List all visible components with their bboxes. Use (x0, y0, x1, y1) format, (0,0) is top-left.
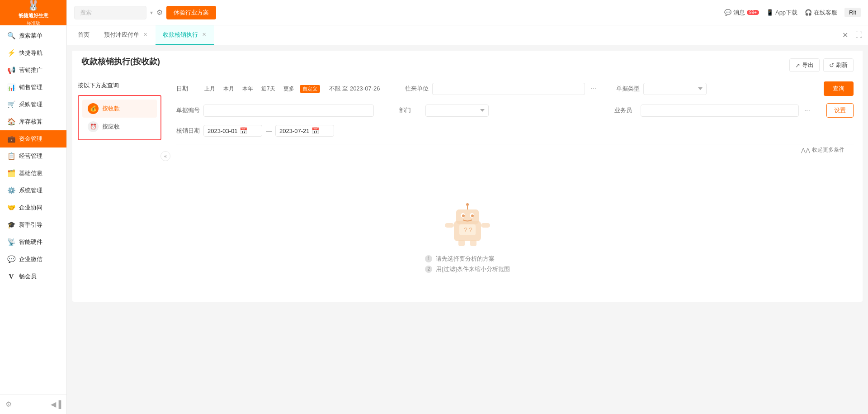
date-last-month-btn[interactable]: 上月 (202, 84, 218, 94)
tab-home-label: 首页 (78, 31, 90, 39)
sidebar-item-basics[interactable]: 🗂️ 基础信息 (0, 165, 66, 182)
topbar: 搜索 ▾ ⚙ 休验行业方案 💬 消息 99+ 📱 App下载 🎧 在线客服 Ri… (67, 0, 868, 25)
tab-expand-icon[interactable]: ⛶ (854, 30, 864, 40)
staff-ellipsis-icon[interactable]: ··· (802, 106, 812, 114)
date-7days-btn[interactable]: 近7天 (259, 84, 278, 94)
staff-field: 业务员 ··· (614, 105, 812, 117)
tab-close-all-icon[interactable]: ✕ (840, 30, 850, 40)
export-label: 导出 (802, 61, 814, 69)
filter-sidebar-title: 按以下方案查询 (78, 81, 161, 90)
doc-type-select[interactable] (643, 83, 707, 95)
partner-field: 往来单位 ··· (405, 83, 598, 95)
topbar-chevron-icon[interactable]: ▾ (150, 10, 153, 16)
staff-input[interactable] (641, 105, 798, 117)
operations-nav-icon: 📋 (7, 152, 15, 160)
industry-btn[interactable]: 休验行业方案 (166, 6, 216, 19)
doc-type-field: 单据类型 (616, 83, 809, 95)
svg-point-4 (462, 214, 465, 217)
filter-option-by-receivable[interactable]: ⏰ 按应收 (82, 118, 157, 136)
tab-verify-close-icon[interactable]: ✕ (201, 32, 207, 38)
app-download-icon: 📱 (766, 9, 774, 16)
sidebar-item-guide[interactable]: 🎓 新手引导 (0, 216, 66, 233)
filter-actions: 查询 (824, 81, 854, 96)
member-nav-icon: V (7, 273, 15, 281)
verify-date-from-text: 2023-03-01 (208, 128, 238, 134)
svg-rect-10 (458, 240, 465, 246)
logo-icon: 🐰 (27, 0, 39, 11)
filter-option-receivable-label: 按应收 (102, 123, 120, 131)
sidebar-item-hardware[interactable]: 📡 智能硬件 (0, 233, 66, 251)
sidebar-item-label: 经营管理 (19, 152, 42, 160)
sidebar-item-inventory[interactable]: 🏠 库存核算 (0, 113, 66, 130)
sidebar-item-purchase[interactable]: 🛒 采购管理 (0, 96, 66, 113)
sidebar-item-label: 采购管理 (19, 100, 42, 109)
query-btn[interactable]: 查询 (824, 81, 854, 96)
search-placeholder-text: 搜索 (80, 9, 92, 16)
filter-row-3: 核销日期 2023-03-01 📅 — 2023-07-21 📅 (176, 125, 854, 137)
tab-home[interactable]: 首页 (71, 25, 97, 45)
sidebar-item-sales[interactable]: 📊 销售管理 (0, 79, 66, 96)
verify-date-to-input[interactable]: 2023-07-21 📅 (275, 125, 334, 137)
doc-no-input[interactable] (203, 105, 374, 117)
app-download-btn[interactable]: 📱 App下载 (766, 9, 797, 17)
topbar-gear-icon[interactable]: ⚙ (156, 8, 163, 17)
filter-option-by-receipt[interactable]: 💰 按收款 (82, 100, 157, 118)
collapse-sidebar-icon[interactable]: ◀▐ (51, 400, 61, 409)
sidebar: 🐰 畅捷通好生意 标准版 🔍 搜索菜单 ⚡ 快捷导航 📢 营销推广 📊 销售管理… (0, 0, 67, 414)
svg-rect-1 (456, 209, 479, 224)
sidebar-item-finance[interactable]: 💼 资金管理 (0, 130, 66, 148)
filter-layout: 按以下方案查询 💰 按收款 ⏰ 按应收 « (72, 74, 863, 167)
filter-option-receipt-label: 按收款 (102, 105, 120, 113)
date-limit-text: 不限 至 2023-07-26 (329, 85, 380, 93)
filter-panel-collapse-btn[interactable]: « (160, 151, 170, 161)
dept-select[interactable] (425, 105, 489, 117)
app-edition: 标准版 (27, 20, 40, 26)
sidebar-item-member[interactable]: V 畅会员 (0, 268, 66, 285)
empty-tips: 1 请先选择要分析的方案 2 用[过滤]条件来缩小分析范围 (425, 253, 509, 275)
date-this-year-btn[interactable]: 本年 (240, 84, 256, 94)
user-name[interactable]: Rit (844, 8, 861, 17)
svg-point-7 (466, 203, 469, 206)
shortcut-nav-icon: ⚡ (7, 49, 15, 57)
sidebar-item-label: 资金管理 (19, 135, 42, 143)
date-more-btn[interactable]: 更多 (281, 84, 297, 94)
sidebar-item-collab[interactable]: 🤝 企业协同 (0, 199, 66, 216)
sidebar-item-marketing[interactable]: 📢 营销推广 (0, 62, 66, 79)
date-this-month-btn[interactable]: 本月 (221, 84, 237, 94)
message-badge: 99+ (747, 10, 759, 15)
settings-btn[interactable]: 设置 (826, 103, 854, 118)
page-container: 收款核销执行(按收款) ↗ 导出 ↺ 刷新 按以下方案查询 (72, 51, 863, 302)
sidebar-item-shortcut[interactable]: ⚡ 快捷导航 (0, 44, 66, 62)
verify-date-from-input[interactable]: 2023-03-01 📅 (203, 125, 262, 137)
refresh-btn[interactable]: ↺ 刷新 (823, 58, 854, 72)
topbar-left: 搜索 ▾ ⚙ 休验行业方案 (74, 6, 719, 19)
doc-type-label: 单据类型 (616, 85, 640, 93)
filter-option-receivable-icon: ⏰ (88, 121, 99, 132)
online-service-btn[interactable]: 🎧 在线客服 (805, 9, 837, 17)
tab-verify[interactable]: 收款核销执行 ✕ (156, 25, 214, 45)
sidebar-item-label: 企业协同 (19, 204, 42, 212)
sidebar-item-label: 畅会员 (19, 272, 37, 281)
tab-prepay-close-icon[interactable]: ✕ (142, 32, 148, 38)
sidebar-item-system[interactable]: ⚙️ 系统管理 (0, 182, 66, 199)
refresh-icon: ↺ (829, 62, 834, 69)
sidebar-item-label: 企业微信 (19, 255, 42, 263)
topbar-search-box: 搜索 (74, 6, 146, 19)
collapse-more-btn[interactable]: ⋀⋀ 收起更多条件 (176, 144, 854, 159)
headset-icon: 🎧 (805, 9, 812, 16)
tab-prepay[interactable]: 预付冲应付单 ✕ (97, 25, 156, 45)
message-label: 消息 (733, 9, 745, 17)
settings-icon[interactable]: ⚙ (5, 400, 12, 409)
message-btn[interactable]: 💬 消息 99+ (724, 9, 759, 17)
verify-date-from-calendar-icon: 📅 (240, 127, 247, 134)
sidebar-item-search[interactable]: 🔍 搜索菜单 (0, 27, 66, 44)
date-custom-tag: 自定义 (300, 85, 320, 93)
sidebar-item-label: 库存核算 (19, 118, 42, 126)
sidebar-item-operations[interactable]: 📋 经营管理 (0, 148, 66, 165)
verify-date-to-calendar-icon: 📅 (311, 127, 319, 134)
partner-input[interactable] (432, 83, 585, 95)
sidebar-item-wechat[interactable]: 💬 企业微信 (0, 251, 66, 268)
filter-sidebar: 按以下方案查询 💰 按收款 ⏰ 按应收 (72, 74, 167, 167)
partner-ellipsis-icon[interactable]: ··· (589, 85, 598, 93)
export-btn[interactable]: ↗ 导出 (789, 58, 820, 72)
